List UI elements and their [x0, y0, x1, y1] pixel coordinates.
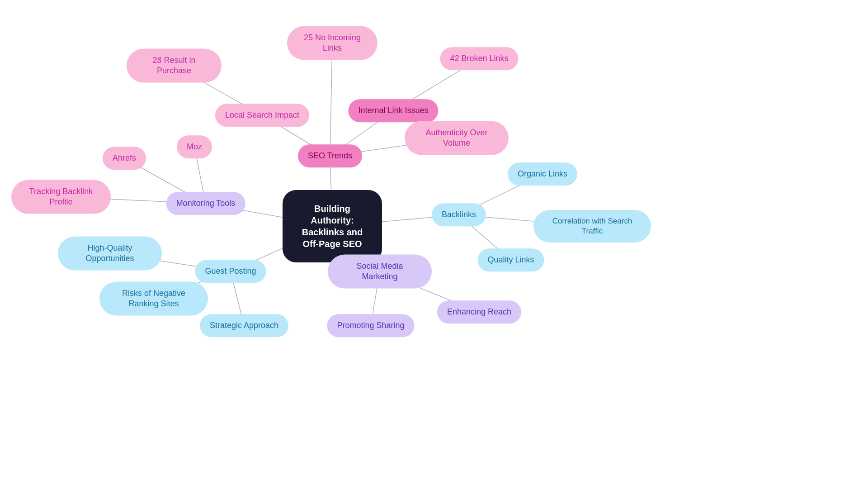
quality-links-node[interactable]: Quality Links [477, 248, 544, 271]
high-quality-opportunities-node[interactable]: High-Quality Opportunities [58, 237, 162, 271]
local-search-impact-node[interactable]: Local Search Impact [215, 104, 309, 127]
promoting-sharing-node[interactable]: Promoting Sharing [327, 314, 414, 337]
result-in-purchase-node[interactable]: 28 Result in Purchase [127, 49, 222, 83]
internal-link-issues-node[interactable]: Internal Link Issues [348, 99, 438, 122]
moz-node[interactable]: Moz [177, 135, 212, 158]
social-media-marketing-node[interactable]: Social Media Marketing [328, 255, 432, 289]
organic-links-node[interactable]: Organic Links [508, 162, 577, 186]
guest-posting-node[interactable]: Guest Posting [195, 260, 266, 283]
no-incoming-links-node[interactable]: 25 No Incoming Links [287, 26, 377, 60]
backlinks-node[interactable]: Backlinks [432, 203, 486, 226]
correlation-search-traffic-node[interactable]: Correlation with Search Traffic [533, 210, 651, 243]
authenticity-over-volume-node[interactable]: Authenticity Over Volume [405, 121, 509, 155]
mindmap-container: Building Authority: Backlinks and Off-Pa… [0, 0, 868, 490]
center-node[interactable]: Building Authority: Backlinks and Off-Pa… [283, 190, 382, 262]
broken-links-node[interactable]: 42 Broken Links [440, 47, 518, 70]
svg-line-1 [330, 43, 332, 156]
tracking-backlink-profile-node[interactable]: Tracking Backlink Profile [11, 180, 111, 214]
risks-negative-ranking-node[interactable]: Risks of Negative Ranking Sites [99, 282, 208, 316]
strategic-approach-node[interactable]: Strategic Approach [200, 314, 288, 337]
ahrefs-node[interactable]: Ahrefs [103, 147, 146, 170]
monitoring-tools-node[interactable]: Monitoring Tools [166, 192, 245, 215]
enhancing-reach-node[interactable]: Enhancing Reach [437, 300, 521, 323]
seo-trends-node[interactable]: SEO Trends [298, 144, 362, 167]
